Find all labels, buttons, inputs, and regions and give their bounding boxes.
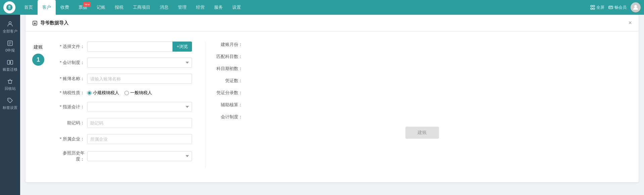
ledger-label: * 账簿名称： (58, 76, 85, 82)
declare-icon (7, 40, 13, 47)
svg-point-7 (9, 22, 11, 24)
accounting-select[interactable] (87, 58, 192, 68)
sidebar-label: 0申报 (5, 48, 15, 53)
main-content: 导爷数据导入 × 建账 1 * 选择文件： +浏览 (20, 15, 644, 195)
nav-billing[interactable]: 收费 (56, 0, 74, 15)
form-fields: * 选择文件： +浏览 * 会计制度： * 账簿名称： (58, 42, 192, 168)
import-icon (32, 20, 38, 26)
accountant-label: * 指派会计： (58, 104, 85, 110)
build-account-button[interactable]: 建账 (405, 127, 439, 139)
nav-invoice[interactable]: 票据 new (74, 0, 92, 15)
app-logo[interactable] (3, 1, 15, 13)
voucher-records-row: 凭证分录数： (212, 90, 632, 96)
accounting-row: * 会计制度： (58, 58, 192, 68)
accounting-label: * 会计制度： (58, 60, 85, 66)
sidebar-item-recycle[interactable]: 回收站 (0, 75, 20, 94)
nav-home[interactable]: 首页 (19, 0, 38, 15)
aux-label: 辅助核算： (212, 102, 243, 108)
sidebar-item-declaration[interactable]: 0申报 (0, 37, 20, 56)
tax-general[interactable]: 一般纳税人 (125, 90, 152, 96)
month-row: 建账月份： (212, 42, 632, 48)
vip-btn[interactable]: 畅会员 (608, 5, 627, 10)
voucher-label: 凭证数： (212, 78, 243, 84)
file-row: * 选择文件： +浏览 (58, 42, 192, 52)
svg-rect-1 (591, 5, 592, 7)
nav-service[interactable]: 服务 (209, 0, 228, 15)
new-badge: new (83, 2, 91, 7)
aux-row: 辅助核算： (212, 102, 632, 108)
ledger-input[interactable] (87, 74, 192, 84)
people-icon (7, 21, 13, 27)
step-label: 建账 (34, 44, 43, 50)
company-input[interactable] (87, 134, 192, 144)
file-input[interactable] (87, 42, 172, 52)
nav-manage[interactable]: 管理 (173, 0, 191, 15)
tax-radio-group: 小规模纳税人 一般纳税人 (87, 90, 192, 96)
ledger-row: * 账簿名称： (58, 74, 192, 84)
info-panel: 建账月份： 匹配科目数： 科目期初数： 凭证数： 凭证分录数： (205, 42, 632, 168)
nav-business[interactable]: 工商项目 (128, 0, 155, 15)
sidebar-label: 全部客户 (3, 29, 17, 34)
memo-input[interactable] (87, 118, 192, 128)
svg-rect-2 (593, 5, 595, 7)
tax-small-label: 小规模纳税人 (93, 90, 119, 96)
match-label: 匹配科目数： (212, 54, 243, 60)
fullscreen-label: 全屏 (596, 5, 604, 10)
close-button[interactable]: × (628, 19, 632, 26)
accountant-select[interactable] (87, 102, 192, 112)
sidebar-label: 回收站 (5, 86, 16, 91)
memo-label: 助记码： (58, 120, 85, 126)
tag-icon (7, 97, 13, 104)
sidebar-item-all-customers[interactable]: 全部客户 (0, 18, 20, 37)
tax-small[interactable]: 小规模纳税人 (87, 90, 119, 96)
accounting-system-label: 会计制度： (212, 114, 243, 120)
form-area: 建账 1 * 选择文件： +浏览 * 会计制度： (26, 31, 639, 178)
nav-message[interactable]: 消息 (155, 0, 173, 15)
vip-label: 畅会员 (614, 5, 627, 10)
svg-rect-9 (7, 60, 10, 64)
tax-general-label: 一般纳税人 (130, 90, 152, 96)
voucher-records-label: 凭证分录数： (212, 90, 243, 96)
sidebar-item-tags[interactable]: 标签设置 (0, 94, 20, 113)
period-label: 科目期初数： (212, 66, 243, 72)
trash-icon (7, 78, 13, 85)
company-label: * 所属企业： (58, 136, 85, 142)
history-select[interactable] (87, 151, 192, 161)
sidebar-item-migration[interactable]: 账套迁移 (0, 56, 20, 75)
sidebar-label: 标签设置 (3, 105, 17, 110)
nav-operation[interactable]: 经营 (191, 0, 209, 15)
history-label: 参照历史年度： (58, 150, 85, 162)
dialog-header: 导爷数据导入 × (26, 15, 639, 31)
nav-tax[interactable]: 报税 (110, 0, 128, 15)
browse-button[interactable]: +浏览 (172, 42, 192, 52)
fullscreen-icon (590, 5, 595, 10)
nav-settings[interactable]: 设置 (228, 0, 246, 15)
step-badge: 1 (32, 54, 44, 66)
match-row: 匹配科目数： (212, 54, 632, 60)
vip-icon (608, 5, 613, 10)
nav-right: 全屏 畅会员 (590, 2, 641, 12)
tax-row: * 纳税性质： 小规模纳税人 一般纳税人 (58, 90, 192, 96)
svg-point-11 (9, 100, 9, 100)
dialog-title: 导爷数据导入 (32, 20, 68, 26)
history-row: 参照历史年度： (58, 150, 192, 162)
nav-customer[interactable]: 客户 (38, 0, 56, 15)
nav-bookkeeping[interactable]: 记账 (92, 0, 110, 15)
top-navigation: 首页 客户 收费 票据 new 记账 报税 工商项目 消息 管理 经营 服务 设… (0, 0, 644, 15)
file-input-group: +浏览 (87, 42, 192, 52)
month-label: 建账月份： (212, 42, 243, 48)
sidebar-label: 账套迁移 (3, 67, 17, 72)
avatar[interactable] (631, 2, 641, 12)
voucher-row: 凭证数： (212, 78, 632, 84)
accountant-row: * 指派会计： (58, 102, 192, 112)
period-row: 科目期初数： (212, 66, 632, 72)
memo-row: 助记码： (58, 118, 192, 128)
sidebar: 全部客户 0申报 账套迁移 回收站 标签设置 (0, 15, 20, 195)
step-section: 建账 1 (32, 42, 44, 168)
svg-rect-4 (593, 8, 595, 9)
tax-label: * 纳税性质： (58, 90, 85, 96)
accounting-system-row: 会计制度： (212, 114, 632, 120)
svg-rect-3 (591, 8, 592, 9)
fullscreen-btn[interactable]: 全屏 (590, 5, 604, 10)
nav-items: 首页 客户 收费 票据 new 记账 报税 工商项目 消息 管理 经营 服务 设… (19, 0, 590, 15)
